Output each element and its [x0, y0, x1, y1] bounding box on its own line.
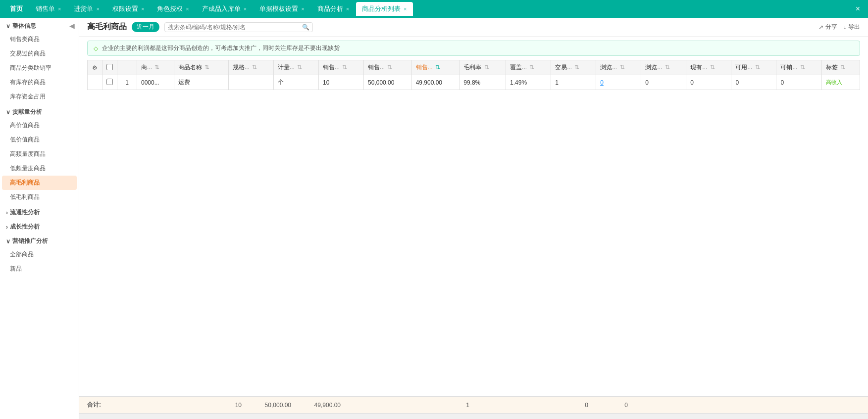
- sidebar-group-flow[interactable]: › 流通性分析: [0, 204, 79, 219]
- chevron-down-icon-3: ∨: [6, 238, 10, 245]
- sort-amount-icon: ⇅: [387, 64, 392, 71]
- col-sales-cost-header[interactable]: 销售... ⇅: [411, 60, 460, 75]
- sidebar-item-high-margin[interactable]: 高毛利商品: [2, 176, 77, 190]
- tab-analysis-list[interactable]: 商品分析列表 ×: [356, 2, 412, 16]
- col-margin-rate-header[interactable]: 毛利率 ⇅: [460, 60, 506, 75]
- close-purchase[interactable]: ×: [96, 6, 99, 12]
- col-spec-header[interactable]: 规格... ⇅: [228, 60, 273, 75]
- row-margin-rate: 99.8%: [460, 75, 506, 90]
- chevron-right-icon: ›: [6, 209, 8, 216]
- close-analysis[interactable]: ×: [346, 6, 349, 12]
- sort-stock-icon: ⇅: [710, 64, 715, 71]
- sidebar-item-low-price[interactable]: 低价值商品: [0, 133, 79, 147]
- sort-unit-icon: ⇅: [297, 64, 302, 71]
- tab-sales-order[interactable]: 销售单 ×: [30, 2, 67, 16]
- col-tag-header[interactable]: 标签 ⇅: [821, 60, 860, 75]
- top-nav-bar: 首页 销售单 × 进货单 × 权限设置 × 角色授权 × 产成品入库单 × 单据…: [0, 0, 868, 18]
- sidebar-item-stock-occupy[interactable]: 库存资金占用: [0, 90, 79, 104]
- chevron-down-icon: ∨: [6, 23, 10, 30]
- content-panel: 高毛利商品 近一月 🔍 ↗ 分享 ↓ 导出: [79, 18, 868, 419]
- sidebar-group-growth[interactable]: › 成长性分析: [0, 219, 79, 233]
- sidebar-item-analysis-rate[interactable]: 商品分类助销率: [0, 61, 79, 75]
- tab-purchase[interactable]: 进货单 ×: [68, 2, 105, 16]
- search-icon[interactable]: 🔍: [302, 24, 309, 31]
- tab-permissions[interactable]: 权限设置 ×: [106, 2, 150, 16]
- col-name-header[interactable]: 商品名称 ⇅: [174, 60, 228, 75]
- tab-products-in[interactable]: 产成品入库单 ×: [196, 2, 253, 16]
- sort-saleable-icon: ⇅: [800, 64, 805, 71]
- content-header: 高毛利商品 近一月 🔍 ↗ 分享 ↓ 导出: [79, 18, 868, 37]
- row-browse2: 0: [641, 75, 686, 90]
- col-unit-header[interactable]: 计量... ⇅: [273, 60, 318, 75]
- filter-recent-month-button[interactable]: 近一月: [132, 22, 159, 32]
- col-check-header[interactable]: [102, 60, 117, 75]
- row-tag: 高收入: [821, 75, 860, 90]
- col-saleable-header[interactable]: 可销... ⇅: [776, 60, 821, 75]
- row-saleable: 0: [776, 75, 821, 90]
- sidebar-item-low-freq[interactable]: 低频量度商品: [0, 161, 79, 176]
- tab-roles[interactable]: 角色授权 ×: [151, 2, 195, 16]
- sort-cost-icon: ⇅: [435, 64, 440, 71]
- row-sales-amount: 50,000.00: [364, 75, 412, 90]
- sidebar-item-sales-goods[interactable]: 销售类商品: [0, 32, 79, 47]
- col-settings-header[interactable]: ⚙: [88, 60, 102, 75]
- row-sales-cost: 49,900.00: [411, 75, 460, 90]
- row-check[interactable]: [102, 75, 117, 90]
- sort-tag-icon: ⇅: [840, 64, 845, 71]
- col-transaction-header[interactable]: 交易... ⇅: [551, 60, 596, 75]
- row-settings: [88, 75, 102, 90]
- close-permissions[interactable]: ×: [141, 6, 144, 12]
- footer-transaction: 1: [424, 402, 473, 409]
- export-button[interactable]: ↓ 导出: [843, 23, 860, 31]
- search-box: 🔍: [164, 22, 313, 32]
- col-code-header[interactable]: 商... ⇅: [137, 60, 174, 75]
- sidebar-item-high-price[interactable]: 高价值商品: [0, 118, 79, 133]
- sidebar: ◀ ∨ 整体信息 销售类商品 交易过的商品 商品分类助销率 有库存的商品 库存资…: [0, 18, 79, 419]
- sidebar-item-all-goods[interactable]: 全部商品: [0, 247, 79, 262]
- main-area: ◀ ∨ 整体信息 销售类商品 交易过的商品 商品分类助销率 有库存的商品 库存资…: [0, 18, 868, 419]
- footer-row: 合计: 10 50,000.00 49,900.00 1 0 0: [79, 396, 868, 413]
- sidebar-item-in-stock[interactable]: 有库存的商品: [0, 75, 79, 90]
- close-template[interactable]: ×: [301, 6, 304, 12]
- share-button[interactable]: ↗ 分享: [818, 23, 837, 31]
- sidebar-group-wealth[interactable]: ∨ 贡献量分析: [0, 104, 79, 118]
- col-browse1-header[interactable]: 浏览... ⇅: [596, 60, 641, 75]
- close-analysis-list[interactable]: ×: [404, 6, 407, 12]
- horizontal-scrollbar[interactable]: [79, 413, 868, 419]
- close-products-in[interactable]: ×: [244, 6, 247, 12]
- table-wrapper: ⚙ 商... ⇅ 商品名称 ⇅ 规格... ⇅ 计量... ⇅ 销售... ⇅ …: [79, 60, 868, 396]
- row-code: 0000...: [137, 75, 174, 90]
- sidebar-group-overall[interactable]: ∨ 整体信息: [0, 18, 79, 32]
- sidebar-item-new-goods[interactable]: 新品: [0, 262, 79, 276]
- close-sales-order[interactable]: ×: [58, 6, 61, 12]
- col-sales-amount-header[interactable]: 销售... ⇅: [364, 60, 412, 75]
- row-num: 1: [117, 75, 137, 90]
- search-input[interactable]: [168, 24, 300, 31]
- sort-transaction-icon: ⇅: [574, 64, 579, 71]
- col-available-header[interactable]: 可用... ⇅: [731, 60, 776, 75]
- col-current-stock-header[interactable]: 现有... ⇅: [686, 60, 731, 75]
- select-all-checkbox[interactable]: [106, 64, 113, 70]
- tab-home[interactable]: 首页: [4, 2, 29, 16]
- sidebar-collapse-button[interactable]: ◀: [69, 22, 75, 30]
- row-available: 0: [731, 75, 776, 90]
- sidebar-group-marketing[interactable]: ∨ 营销推广分析: [0, 233, 79, 247]
- row-checkbox[interactable]: [106, 79, 113, 85]
- col-browse2-header[interactable]: 浏览... ⇅: [641, 60, 686, 75]
- tab-analysis[interactable]: 商品分析 ×: [311, 2, 355, 16]
- data-table: ⚙ 商... ⇅ 商品名称 ⇅ 规格... ⇅ 计量... ⇅ 销售... ⇅ …: [87, 60, 860, 90]
- close-all-button[interactable]: ×: [852, 4, 864, 13]
- table-row: 1 0000... 运费 个: [88, 75, 860, 90]
- tab-template[interactable]: 单据模板设置 ×: [254, 2, 310, 16]
- row-sales-qty: 10: [318, 75, 363, 90]
- sort-browse1-icon: ⇅: [620, 64, 625, 71]
- row-browse1[interactable]: 0: [596, 75, 641, 90]
- sidebar-item-high-freq[interactable]: 高频量度商品: [0, 147, 79, 161]
- export-icon: ↓: [843, 24, 846, 31]
- col-sales-qty-header[interactable]: 销售... ⇅: [318, 60, 363, 75]
- col-coverage-header[interactable]: 覆盖... ⇅: [506, 60, 551, 75]
- sidebar-item-low-margin[interactable]: 低毛利商品: [0, 190, 79, 204]
- sidebar-item-traded-goods[interactable]: 交易过的商品: [0, 47, 79, 61]
- info-icon: ◇: [94, 45, 98, 52]
- close-roles[interactable]: ×: [186, 6, 189, 12]
